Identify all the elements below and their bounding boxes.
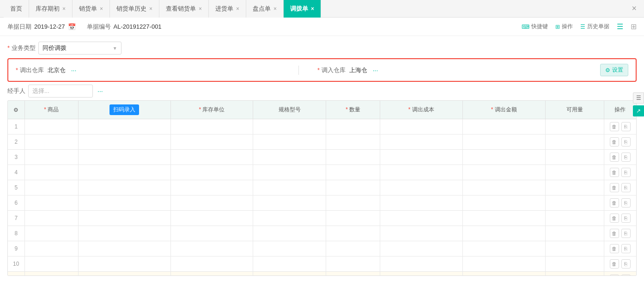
cell-product-4[interactable] — [24, 165, 79, 180]
col-header-product: * 商品 — [24, 101, 79, 119]
cell-quantity-8 — [326, 226, 380, 241]
cell-spec-7 — [253, 211, 326, 226]
table-settings-icon[interactable]: ⚙ — [8, 101, 24, 119]
col-header-cost: * 调出成本 — [380, 101, 462, 119]
cell-available-9 — [545, 241, 604, 256]
cell-product-10[interactable] — [24, 256, 79, 272]
subtotal-empty-3 — [253, 272, 326, 276]
cell-cost-8 — [380, 226, 462, 241]
copy-icon-8[interactable]: ⎘ — [621, 229, 631, 238]
tab-inventory-check[interactable]: 盘点单 × — [246, 0, 284, 18]
cell-quantity-5 — [326, 180, 380, 195]
shortcuts-btn[interactable]: ⌨ 快捷键 — [522, 23, 548, 31]
close-transfer[interactable]: × — [311, 6, 314, 12]
delete-icon-5[interactable]: 🗑 — [610, 183, 619, 192]
delete-icon-4[interactable]: 🗑 — [610, 168, 619, 177]
close-all-tabs[interactable]: × — [628, 4, 640, 13]
copy-icon-7[interactable]: ⎘ — [621, 214, 631, 223]
delete-icon-2[interactable]: 🗑 — [610, 137, 619, 146]
right-panel: ☰ ↗ — [633, 92, 644, 116]
handler-field: 经手人 选择... ··· — [7, 85, 103, 98]
right-panel-list-icon[interactable]: ☰ — [633, 92, 644, 104]
date-value: 2019-12-27 — [34, 23, 65, 30]
row-num-2: 2 — [8, 134, 24, 150]
cell-available-7 — [545, 211, 604, 226]
layout-btn-grid[interactable]: ⊞ — [631, 22, 637, 31]
cell-actions-1: 🗑 ⎘ — [604, 119, 636, 134]
cell-product-6[interactable] — [24, 195, 79, 211]
cell-product-3[interactable] — [24, 150, 79, 165]
data-table: ⚙ * 商品 扫码录入 * 库存单位 规格型号 * 数量 — [8, 101, 636, 276]
cell-cost-1 — [380, 119, 462, 134]
cell-product-8[interactable] — [24, 226, 79, 241]
calendar-icon[interactable]: 📅 — [68, 23, 76, 31]
row-num-3: 3 — [8, 150, 24, 165]
cell-product-1[interactable] — [24, 119, 79, 134]
copy-icon-5[interactable]: ⎘ — [621, 183, 631, 192]
warehouse-in-field: * 调入仓库 上海仓 ··· — [317, 66, 582, 74]
subtotal-actions: 🗑 ⎘ — [604, 272, 636, 276]
warehouse-in-more-btn[interactable]: ··· — [373, 67, 378, 74]
tab-view-sales[interactable]: 查看销货单 × — [159, 0, 209, 18]
operations-btn[interactable]: ⊞ 操作 — [555, 23, 573, 31]
warehouse-settings-btn[interactable]: ⚙ 设置 — [600, 64, 628, 76]
tab-sales-history[interactable]: 销货单历史 × — [110, 0, 159, 18]
handler-select[interactable]: 选择... — [28, 85, 93, 98]
warehouse-out-field: * 调出仓库 北京仓 ··· — [16, 66, 280, 74]
cell-spec-9 — [253, 241, 326, 256]
close-sales-order[interactable]: × — [100, 6, 103, 12]
col-header-unit: * 库存单位 — [170, 101, 253, 119]
cell-product-2[interactable] — [24, 134, 79, 150]
cell-product-9[interactable] — [24, 241, 79, 256]
tab-sales-order[interactable]: 销货单 × — [73, 0, 110, 18]
warehouse-out-label: * 调出仓库 — [16, 66, 44, 74]
delete-icon-8[interactable]: 🗑 — [610, 229, 619, 238]
close-view-sales[interactable]: × — [199, 6, 202, 12]
col-header-amount: * 调出金额 — [462, 101, 545, 119]
shortcuts-icon: ⌨ — [522, 24, 529, 30]
delete-icon-3[interactable]: 🗑 — [610, 153, 619, 162]
copy-icon-11[interactable]: ⎘ — [621, 275, 631, 276]
close-purchase-order[interactable]: × — [236, 6, 239, 12]
tab-transfer[interactable]: 调拨单 × — [284, 0, 321, 18]
cell-spec-5 — [253, 180, 326, 195]
copy-icon-10[interactable]: ⎘ — [621, 259, 631, 269]
right-panel-export-icon[interactable]: ↗ — [633, 105, 644, 116]
tab-home[interactable]: 首页 — [4, 0, 29, 18]
delete-icon-7[interactable]: 🗑 — [610, 214, 619, 223]
cell-product-5[interactable] — [24, 180, 79, 195]
tab-purchase-order[interactable]: 进货单 × — [209, 0, 246, 18]
copy-icon-6[interactable]: ⎘ — [621, 198, 631, 208]
cell-quantity-9 — [326, 241, 380, 256]
copy-icon-2[interactable]: ⎘ — [621, 137, 631, 146]
close-inventory-init[interactable]: × — [62, 6, 66, 12]
business-type-select[interactable]: 同价调拨 ▼ — [38, 42, 122, 55]
close-sales-history[interactable]: × — [149, 6, 152, 12]
delete-icon-1[interactable]: 🗑 — [610, 122, 619, 131]
cell-amount-2 — [462, 134, 545, 150]
cell-amount-9 — [462, 241, 545, 256]
close-inventory-check[interactable]: × — [273, 6, 277, 12]
tab-inventory-init[interactable]: 库存期初 × — [29, 0, 73, 18]
date-field: 单据日期 2019-12-27 📅 — [7, 23, 76, 31]
form-section: * 业务类型 同价调拨 ▼ — [0, 36, 644, 58]
delete-icon-6[interactable]: 🗑 — [610, 198, 619, 208]
delete-icon-10[interactable]: 🗑 — [610, 259, 619, 269]
cell-unit-6 — [170, 195, 253, 211]
cell-product-7[interactable] — [24, 211, 79, 226]
delete-icon-9[interactable]: 🗑 — [610, 244, 619, 253]
copy-icon-4[interactable]: ⎘ — [621, 168, 631, 177]
delete-icon-11[interactable]: 🗑 — [610, 275, 619, 276]
layout-btn-list[interactable]: ☰ — [617, 22, 623, 31]
copy-icon-9[interactable]: ⎘ — [621, 244, 631, 253]
warehouse-out-more-btn[interactable]: ··· — [71, 67, 77, 74]
copy-icon-3[interactable]: ⎘ — [621, 153, 631, 162]
handler-more-btn[interactable]: ··· — [97, 87, 103, 95]
copy-icon-1[interactable]: ⎘ — [621, 122, 631, 131]
cell-cost-10 — [380, 256, 462, 272]
cell-scan-4 — [79, 165, 170, 180]
cell-quantity-2 — [326, 134, 380, 150]
history-btn[interactable]: ☰ 历史单据 — [580, 23, 609, 31]
scan-btn[interactable]: 扫码录入 — [109, 104, 139, 115]
col-header-scan: 扫码录入 — [79, 101, 170, 119]
